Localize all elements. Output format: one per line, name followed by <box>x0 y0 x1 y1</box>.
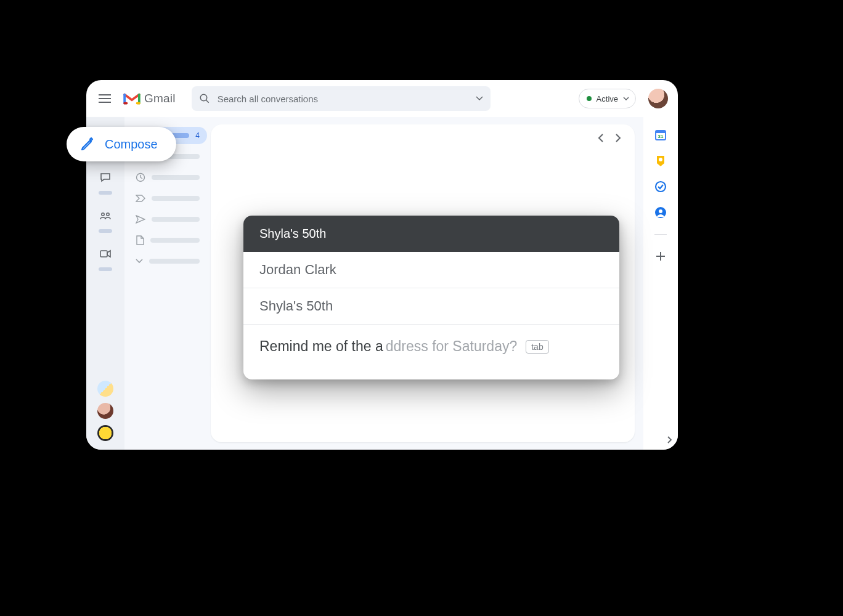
chevron-left-icon <box>598 133 604 143</box>
pencil-icon <box>80 137 95 152</box>
svg-rect-4 <box>100 251 107 257</box>
calendar-app[interactable]: 31 <box>654 128 667 142</box>
folder-label-stub <box>152 217 200 222</box>
compose-to-field[interactable]: Jordan Clark <box>243 252 619 288</box>
contact-avatar-1[interactable] <box>97 381 113 397</box>
brand-name: Gmail <box>144 92 176 105</box>
folder-drafts[interactable] <box>128 232 207 249</box>
svg-point-0 <box>200 94 207 101</box>
compose-subject-value: Shyla's 50th <box>259 298 333 314</box>
side-panel-divider <box>654 234 667 235</box>
tab-hint: tab <box>526 340 548 354</box>
search-icon <box>199 93 210 104</box>
status-dot-icon <box>587 96 592 101</box>
gmail-logo-icon <box>123 92 140 105</box>
pager-next[interactable] <box>615 133 621 143</box>
tasks-app[interactable] <box>654 180 667 193</box>
keep-app[interactable] <box>654 154 667 168</box>
clock-icon <box>136 172 145 182</box>
search-options-icon[interactable] <box>476 96 483 101</box>
folder-label-stub <box>149 259 200 264</box>
compose-subject-field[interactable]: Shyla's 50th <box>243 288 619 325</box>
compose-window[interactable]: Shyla's 50th Jordan Clark Shyla's 50th R… <box>243 216 619 379</box>
spaces-icon <box>99 211 112 220</box>
pager-prev[interactable] <box>598 133 604 143</box>
svg-point-10 <box>659 158 662 161</box>
status-chip[interactable]: Active <box>579 89 636 108</box>
chevron-down-icon <box>623 97 629 100</box>
important-icon <box>136 195 145 202</box>
contacts-app[interactable] <box>654 206 667 219</box>
drafts-icon <box>136 235 144 245</box>
compose-title: Shyla's 50th <box>259 227 326 240</box>
sent-icon <box>136 215 145 224</box>
svg-text:31: 31 <box>658 134 664 139</box>
meet-icon <box>100 249 111 258</box>
chevron-right-icon <box>667 436 672 444</box>
app-rail: 4 <box>86 117 124 450</box>
rail-meet[interactable] <box>96 244 115 264</box>
rail-contacts <box>97 381 113 441</box>
compose-to-value: Jordan Clark <box>259 262 336 277</box>
svg-point-2 <box>102 213 104 216</box>
compose-typed-text: Remind me of the a <box>259 338 383 355</box>
inbox-count: 4 <box>195 131 200 140</box>
hamburger-icon <box>99 94 111 103</box>
compose-title-bar[interactable]: Shyla's 50th <box>243 216 619 252</box>
svg-rect-8 <box>656 131 666 133</box>
compose-suggestion-text: ddress for Saturday? <box>386 338 518 355</box>
main-menu-button[interactable] <box>94 87 116 110</box>
account-avatar[interactable] <box>648 89 668 108</box>
compose-body[interactable]: Remind me of the address for Saturday? t… <box>243 325 619 379</box>
compose-button[interactable]: Compose <box>67 127 176 161</box>
contacts-icon <box>654 206 667 219</box>
chat-icon <box>100 172 111 182</box>
chevron-right-icon <box>615 133 621 143</box>
plus-icon <box>656 251 666 261</box>
folder-sent[interactable] <box>128 211 207 228</box>
folder-more[interactable] <box>128 253 207 270</box>
side-panel: 31 <box>643 117 678 450</box>
calendar-icon: 31 <box>654 129 667 141</box>
rail-spaces-label-stub <box>99 229 112 233</box>
top-bar: Gmail Active <box>86 80 678 117</box>
brand[interactable]: Gmail <box>123 92 176 105</box>
pager <box>598 133 621 143</box>
chevron-down-icon <box>136 259 143 264</box>
contact-avatar-3[interactable] <box>97 425 113 441</box>
folder-snoozed[interactable] <box>128 169 207 186</box>
compose-popup: Compose <box>67 127 176 161</box>
search-bar[interactable] <box>192 86 491 111</box>
svg-point-11 <box>656 182 666 192</box>
svg-point-3 <box>107 213 109 216</box>
folder-nav: 4 <box>124 117 211 450</box>
keep-icon <box>655 155 666 167</box>
rail-chat-label-stub <box>99 191 112 195</box>
rail-meet-label-stub <box>99 267 112 271</box>
folder-label-stub <box>150 238 200 243</box>
collapse-side-panel[interactable] <box>667 436 672 444</box>
status-label: Active <box>597 94 618 103</box>
rail-chat[interactable] <box>96 168 115 187</box>
folder-important[interactable] <box>128 190 207 207</box>
contact-avatar-2[interactable] <box>97 403 113 419</box>
rail-spaces[interactable] <box>96 206 115 225</box>
folder-label-stub <box>152 196 200 201</box>
tasks-icon <box>654 180 667 193</box>
compose-label: Compose <box>105 137 158 152</box>
folder-label-stub <box>152 175 200 180</box>
get-addons[interactable] <box>654 249 667 263</box>
svg-point-13 <box>659 209 662 213</box>
search-input[interactable] <box>218 94 468 104</box>
